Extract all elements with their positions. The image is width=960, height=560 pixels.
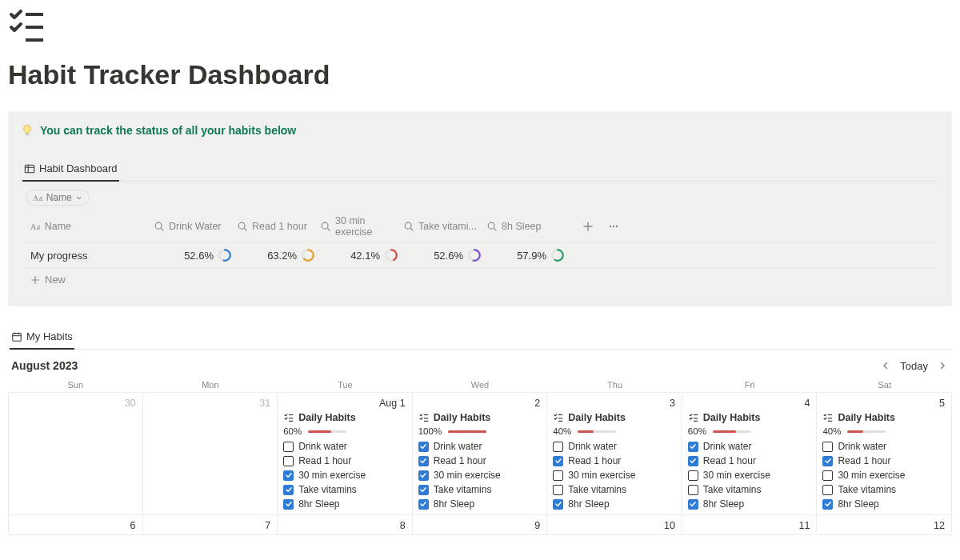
- habit-item-label: 8hr Sleep: [703, 498, 744, 510]
- new-row-button[interactable]: New: [26, 268, 934, 287]
- checkbox[interactable]: [553, 442, 563, 452]
- habit-item[interactable]: 8hr Sleep: [688, 498, 811, 510]
- month-label: August 2023: [11, 359, 78, 372]
- checkbox[interactable]: [283, 470, 294, 481]
- checkbox[interactable]: [553, 470, 563, 481]
- checkbox[interactable]: [418, 442, 429, 452]
- prev-month-button[interactable]: [879, 359, 892, 372]
- habit-item[interactable]: Drink water: [688, 441, 811, 452]
- checkbox[interactable]: [688, 499, 698, 510]
- day-number: 30: [125, 398, 136, 409]
- checkbox[interactable]: [688, 442, 698, 452]
- col-header-read[interactable]: Read 1 hour: [237, 221, 320, 232]
- filter-chip-name[interactable]: Aa Name: [26, 190, 90, 206]
- today-button[interactable]: Today: [900, 360, 928, 372]
- habit-item[interactable]: Read 1 hour: [283, 455, 406, 466]
- svg-rect-4: [25, 165, 34, 173]
- calendar-cell[interactable]: Aug 1Daily Habits60%Drink waterRead 1 ho…: [278, 392, 413, 514]
- habit-item[interactable]: 8hr Sleep: [822, 498, 946, 510]
- habit-item[interactable]: Take vitamins: [688, 484, 811, 495]
- checkbox[interactable]: [418, 456, 429, 466]
- habit-card-title[interactable]: Daily Habits: [283, 412, 406, 423]
- checkbox[interactable]: [822, 485, 833, 495]
- day-number: 7: [265, 520, 270, 531]
- habit-item[interactable]: 8hr Sleep: [283, 498, 406, 510]
- col-header-name[interactable]: Aa Name: [26, 221, 154, 232]
- day-number: Aug 1: [379, 398, 406, 409]
- table-row[interactable]: My progress 52.6% 63.2% 42.1% 52.6%: [26, 243, 934, 268]
- habit-card-title[interactable]: Daily Habits: [418, 412, 542, 423]
- calendar-cell[interactable]: 31: [143, 392, 278, 514]
- next-month-button[interactable]: [936, 359, 949, 372]
- habit-item[interactable]: Take vitamins: [553, 484, 676, 495]
- checkbox[interactable]: [283, 456, 294, 466]
- checkbox[interactable]: [553, 485, 563, 495]
- habit-item[interactable]: Drink water: [822, 441, 946, 452]
- callout-text: You can track the status of all your hab…: [40, 124, 296, 137]
- tab-label: Habit Dashboard: [39, 162, 118, 174]
- checkbox[interactable]: [418, 485, 429, 495]
- col-header-sleep[interactable]: 8h Sleep: [486, 221, 570, 232]
- habit-item[interactable]: Take vitamins: [418, 484, 542, 495]
- habit-item[interactable]: Drink water: [418, 441, 542, 452]
- calendar-cell[interactable]: 30: [8, 392, 143, 514]
- calendar-cell[interactable]: 3Daily Habits40%Drink waterRead 1 hour30…: [547, 392, 682, 514]
- checkbox[interactable]: [688, 470, 698, 481]
- habit-item[interactable]: Take vitamins: [822, 484, 946, 495]
- habit-item[interactable]: 30 min exercise: [283, 470, 406, 481]
- habit-item[interactable]: Drink water: [283, 441, 406, 452]
- habit-item-label: Drink water: [838, 441, 886, 452]
- checkbox[interactable]: [283, 499, 294, 510]
- checkbox[interactable]: [822, 456, 833, 466]
- calendar-cell[interactable]: 9: [413, 514, 548, 535]
- habit-item[interactable]: 30 min exercise: [822, 470, 946, 481]
- calendar-cell[interactable]: 6: [8, 514, 143, 535]
- habit-item-label: Drink water: [568, 441, 617, 452]
- habit-item[interactable]: Read 1 hour: [822, 455, 946, 466]
- add-column-button[interactable]: [581, 219, 595, 234]
- day-number: 3: [670, 398, 675, 409]
- habit-item[interactable]: 8hr Sleep: [418, 498, 542, 510]
- tab-habit-dashboard[interactable]: Habit Dashboard: [22, 159, 119, 182]
- col-header-exercise[interactable]: 30 min exercise: [320, 215, 403, 238]
- habit-card-title[interactable]: Daily Habits: [688, 412, 811, 423]
- habit-item[interactable]: Read 1 hour: [418, 455, 542, 466]
- habit-item[interactable]: Read 1 hour: [688, 455, 811, 466]
- habit-item[interactable]: 30 min exercise: [553, 470, 676, 481]
- habit-card-title[interactable]: Daily Habits: [822, 412, 946, 423]
- checkbox[interactable]: [553, 456, 563, 466]
- checkbox[interactable]: [283, 485, 294, 495]
- checkbox[interactable]: [418, 499, 429, 510]
- habit-item-label: Drink water: [434, 441, 482, 452]
- calendar-cell[interactable]: 2Daily Habits100%Drink waterRead 1 hour3…: [413, 392, 548, 514]
- checkbox[interactable]: [283, 442, 294, 452]
- habit-item[interactable]: Read 1 hour: [553, 455, 676, 466]
- habit-item[interactable]: 30 min exercise: [418, 470, 542, 481]
- calendar-cell[interactable]: 10: [547, 514, 682, 535]
- col-header-drink-water[interactable]: Drink Water: [154, 221, 237, 232]
- habit-card-title[interactable]: Daily Habits: [553, 412, 676, 423]
- tab-my-habits[interactable]: My Habits: [10, 329, 74, 350]
- calendar-cell[interactable]: 7: [143, 514, 278, 535]
- checkbox[interactable]: [418, 470, 429, 481]
- habit-item[interactable]: Drink water: [553, 441, 676, 452]
- day-number: 5: [939, 398, 945, 409]
- habit-item[interactable]: 30 min exercise: [688, 470, 811, 481]
- calendar-cell[interactable]: 8: [278, 514, 413, 535]
- calendar-cell[interactable]: 11: [682, 514, 818, 535]
- day-number: 2: [534, 398, 540, 409]
- calendar-cell[interactable]: 5Daily Habits40%Drink waterRead 1 hour30…: [817, 392, 952, 514]
- checkbox[interactable]: [822, 499, 833, 510]
- checkbox[interactable]: [822, 470, 833, 481]
- checkbox[interactable]: [822, 442, 833, 452]
- more-options-button[interactable]: [606, 219, 621, 234]
- col-header-vitamins[interactable]: Take vitami...: [403, 221, 486, 232]
- calendar-cell[interactable]: 4Daily Habits60%Drink waterRead 1 hour30…: [682, 392, 818, 514]
- svg-rect-3: [26, 134, 29, 135]
- habit-item[interactable]: 8hr Sleep: [553, 498, 676, 510]
- calendar-cell[interactable]: 12: [817, 514, 952, 535]
- habit-item[interactable]: Take vitamins: [283, 484, 406, 495]
- checkbox[interactable]: [688, 456, 698, 466]
- checkbox[interactable]: [688, 485, 698, 495]
- checkbox[interactable]: [553, 499, 563, 510]
